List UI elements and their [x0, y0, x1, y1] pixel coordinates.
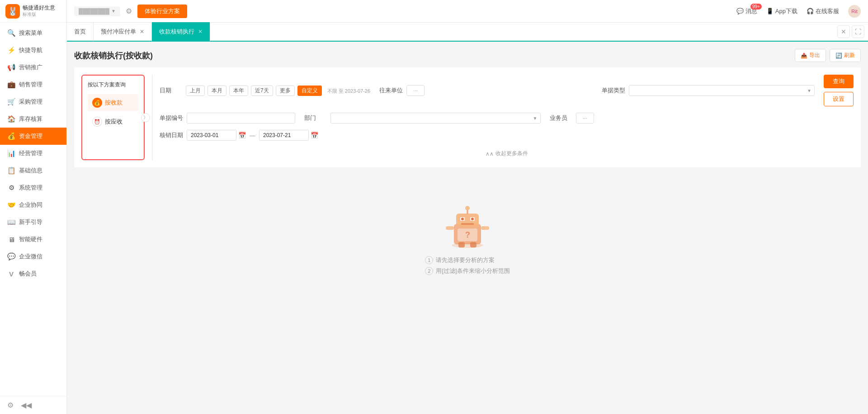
verify-date-start-input[interactable] — [187, 130, 236, 141]
sidebar-item-basic-info[interactable]: 📋 基础信息 — [0, 162, 66, 179]
tab-prepay[interactable]: 预付冲应付单 ✕ — [94, 22, 152, 41]
empty-illustration: ? — [440, 204, 495, 249]
tab-receipt-verify[interactable]: 收款核销执行 ✕ — [152, 22, 210, 41]
sidebar-item-hardware[interactable]: 🖥 智能硬件 — [0, 231, 66, 248]
verify-date-end-input[interactable] — [259, 130, 309, 141]
partner-select-button[interactable]: ··· — [406, 85, 425, 96]
filter-area: 按以下方案查询 💰 按收款 ⏰ 按应收 》 日期 — [74, 67, 861, 167]
bill-no-input[interactable] — [187, 113, 295, 124]
tab-prepay-close-icon[interactable]: ✕ — [140, 29, 144, 35]
sidebar-item-search[interactable]: 🔍 搜索菜单 — [0, 24, 66, 42]
topbar: ████████ ▼ ⚙ 体验行业方案 💬 消息 99+ 📱 App下载 🎧 在… — [67, 0, 868, 23]
sidebar-item-wechat[interactable]: 💬 企业微信 — [0, 248, 66, 265]
sidebar-nav: 🔍 搜索菜单 ⚡ 快捷导航 📢 营销推广 💼 销售管理 🛒 采购管理 🏠 库存核… — [0, 23, 66, 396]
svg-rect-11 — [481, 226, 489, 230]
settings-button[interactable]: 设置 — [824, 92, 854, 106]
messages-button[interactable]: 💬 消息 99+ — [736, 7, 757, 15]
date-btn-custom[interactable]: 自定义 — [297, 86, 322, 96]
bill-type-select[interactable]: ▼ — [629, 85, 815, 96]
partner-label: 往来单位 — [379, 86, 403, 95]
filter-option-by-receipt[interactable]: 💰 按收款 — [88, 94, 138, 111]
tab-home-label: 首页 — [74, 28, 86, 36]
footer-collapse-icon[interactable]: ◀◀ — [21, 401, 32, 409]
export-button[interactable]: 📤 导出 — [795, 49, 826, 62]
sidebar-item-purchase[interactable]: 🛒 采购管理 — [0, 93, 66, 110]
svg-rect-2 — [456, 214, 479, 227]
topbar-dropdown-icon[interactable]: ▼ — [111, 9, 116, 14]
svg-text:?: ? — [465, 230, 470, 239]
date-btn-7days[interactable]: 近7天 — [251, 86, 273, 96]
empty-hints: 1 请先选择要分析的方案 2 用[过滤]条件来缩小分析范围 — [425, 256, 509, 275]
verify-date-end-calendar-icon[interactable]: 📅 — [311, 132, 318, 139]
dept-input[interactable] — [331, 113, 530, 123]
sidebar-item-finance[interactable]: 💰 资金管理 — [0, 128, 66, 145]
logo-icon: 🐰 — [5, 4, 20, 19]
date-btn-more[interactable]: 更多 — [276, 86, 295, 96]
user-profile[interactable]: Rit — [848, 5, 861, 18]
tab-prepay-label: 预付冲应付单 — [101, 28, 136, 36]
sidebar-item-vip[interactable]: V 畅会员 — [0, 265, 66, 282]
search-button[interactable]: 查询 — [824, 75, 854, 88]
message-icon: 💬 — [736, 8, 744, 14]
message-badge: 99+ — [750, 4, 762, 10]
hardware-icon: 🖥 — [7, 236, 15, 243]
footer-settings-icon[interactable]: ⚙ — [7, 401, 14, 409]
filter-row-3: 核销日期 📅 — 📅 — [160, 130, 854, 141]
filter-option-receipt-label: 按收款 — [105, 99, 123, 107]
topbar-settings-icon[interactable]: ⚙ — [126, 7, 132, 15]
date-btn-this-year[interactable]: 本年 — [229, 86, 248, 96]
svg-rect-12 — [458, 242, 465, 247]
dept-select[interactable]: ▼ — [330, 113, 541, 124]
verify-date-start-calendar-icon[interactable]: 📅 — [238, 132, 246, 139]
page-header-actions: 📤 导出 🔄 刷新 — [795, 49, 861, 62]
guide-icon: 📖 — [7, 218, 15, 226]
salesperson-select-button[interactable]: ··· — [576, 113, 594, 124]
online-service-button[interactable]: 🎧 在线客服 — [807, 7, 839, 15]
filter-field-bill-type: 单据类型 ▼ — [602, 85, 815, 96]
sidebar-item-system[interactable]: ⚙ 系统管理 — [0, 179, 66, 196]
hint-num-1: 1 — [425, 256, 433, 264]
tab-expand-button[interactable]: ⛶ — [852, 25, 864, 38]
sidebar-item-marketing[interactable]: 📢 营销推广 — [0, 59, 66, 76]
collapse-more-button[interactable]: ∧∧ 收起更多条件 — [486, 150, 528, 157]
industry-solution-button[interactable]: 体验行业方案 — [137, 5, 187, 18]
filter-field-dept: 部门 ▼ — [304, 113, 541, 124]
date-btn-this-month[interactable]: 本月 — [208, 86, 226, 96]
empty-hint-2: 2 用[过滤]条件来缩小分析范围 — [425, 267, 509, 275]
sidebar-item-sales[interactable]: 💼 销售管理 — [0, 76, 66, 93]
sales-icon: 💼 — [7, 81, 15, 89]
date-range-separator: — — [250, 132, 255, 139]
collapse-more-row: ∧∧ 收起更多条件 — [160, 147, 854, 160]
topbar-brand-text: ████████ — [79, 8, 109, 14]
app-download-button[interactable]: 📱 App下载 — [766, 7, 797, 15]
vip-icon: V — [7, 270, 15, 278]
refresh-button[interactable]: 🔄 刷新 — [830, 49, 861, 62]
bill-type-label: 单据类型 — [602, 86, 625, 95]
filter-option-by-receivable[interactable]: ⏰ 按应收 — [88, 113, 138, 130]
collab-icon: 🤝 — [7, 201, 15, 209]
sidebar-item-label-finance: 资金管理 — [19, 132, 42, 140]
refresh-icon: 🔄 — [835, 52, 842, 59]
sidebar: 🐰 畅捷通好生意 标准版 🔍 搜索菜单 ⚡ 快捷导航 📢 营销推广 💼 销售管理… — [0, 0, 67, 414]
dept-dropdown-icon: ▼ — [530, 114, 540, 123]
empty-state: ? 1 请先选择要分析的方案 2 用[过滤]条件来缩小分析范围 — [74, 167, 861, 311]
sidebar-item-collab[interactable]: 🤝 企业协同 — [0, 196, 66, 214]
tab-close-all-button[interactable]: ✕ — [837, 25, 850, 38]
sidebar-item-operations[interactable]: 📊 经营管理 — [0, 145, 66, 162]
receivable-option-icon: ⏰ — [92, 117, 102, 127]
logo-text-group: 畅捷通好生意 标准版 — [23, 5, 55, 18]
tab-home[interactable]: 首页 — [67, 22, 94, 41]
filter-panel-collapse-button[interactable]: 》 — [141, 113, 150, 122]
bill-type-input[interactable] — [629, 86, 805, 95]
date-btn-last-month[interactable]: 上月 — [186, 86, 205, 96]
purchase-icon: 🛒 — [7, 98, 15, 106]
sidebar-logo: 🐰 畅捷通好生意 标准版 — [0, 0, 66, 23]
sidebar-item-guide[interactable]: 📖 新手引导 — [0, 214, 66, 231]
sidebar-item-inventory[interactable]: 🏠 库存核算 — [0, 110, 66, 128]
main-content: ████████ ▼ ⚙ 体验行业方案 💬 消息 99+ 📱 App下载 🎧 在… — [67, 0, 868, 414]
tab-receipt-close-icon[interactable]: ✕ — [198, 29, 203, 35]
tabbar: 首页 预付冲应付单 ✕ 收款核销执行 ✕ ✕ ⛶ — [67, 23, 868, 42]
filter-field-salesperson: 业务员 ··· — [550, 113, 786, 124]
sidebar-item-quick-nav[interactable]: ⚡ 快捷导航 — [0, 42, 66, 59]
svg-point-9 — [465, 206, 470, 210]
